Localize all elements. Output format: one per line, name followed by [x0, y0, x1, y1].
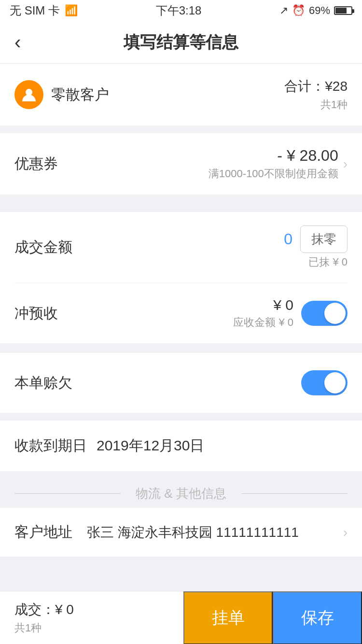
battery-icon: [334, 6, 352, 15]
customer-card: 零散客户 合计：¥28 共1种: [0, 64, 362, 126]
bottom-count: 共1种: [14, 621, 169, 635]
bottom-transaction-value: ¥ 0: [55, 602, 74, 617]
debt-toggle[interactable]: [301, 370, 348, 395]
coupon-card[interactable]: 优惠券 - ¥ 28.00 满1000-100不限制使用金额 ›: [0, 133, 362, 195]
transaction-amount-row: 成交金额 0 抹零 已抹 ¥ 0: [14, 212, 348, 283]
prepayment-label: 冲预收: [14, 304, 92, 323]
address-value: 张三 海淀永丰科技园 11111111111: [87, 523, 338, 542]
coupon-value-block: - ¥ 28.00 满1000-100不限制使用金额: [209, 147, 338, 181]
due-date-section: 收款到期日 2019年12月30日: [0, 420, 362, 471]
gray-divider-1: [0, 202, 362, 212]
wifi-icon: 📶: [65, 4, 78, 17]
bottom-bar: 成交：¥ 0 共1种 挂单 保存: [0, 591, 362, 644]
coupon-label: 优惠券: [14, 154, 58, 174]
debt-row: 本单赊欠: [14, 353, 348, 413]
customer-name: 零散客户: [51, 85, 109, 105]
coupon-desc: 满1000-100不限制使用金额: [209, 167, 338, 181]
customer-total: 合计：¥28: [284, 77, 348, 96]
due-date-value[interactable]: 2019年12月30日: [97, 436, 204, 456]
debt-toggle-knob: [324, 372, 346, 393]
svg-point-0: [26, 89, 32, 96]
nav-bar: ‹ 填写结算等信息: [0, 21, 362, 64]
save-button[interactable]: 保存: [273, 591, 362, 644]
bottom-summary: 成交：¥ 0 共1种: [0, 601, 183, 635]
due-date-label: 收款到期日: [14, 436, 87, 456]
customer-right: 合计：¥28 共1种: [284, 77, 348, 112]
location-icon: ↗: [279, 4, 288, 17]
carrier-text: 无 SIM 卡: [10, 3, 60, 18]
transaction-amount-inputs: 0 抹零: [273, 225, 348, 253]
debt-label: 本单赊欠: [14, 373, 72, 393]
customer-avatar: [14, 80, 43, 109]
coupon-row[interactable]: 优惠券 - ¥ 28.00 满1000-100不限制使用金额 ›: [0, 133, 362, 195]
toggle-knob: [324, 303, 346, 324]
customer-count: 共1种: [284, 98, 348, 112]
chevron-right-icon: ›: [343, 156, 348, 172]
address-chevron-icon: ›: [343, 525, 348, 540]
bottom-transaction-prefix: 成交：: [14, 602, 55, 617]
address-row[interactable]: 客户地址 张三 海淀永丰科技园 11111111111 ›: [14, 522, 348, 542]
customer-row: 零散客户 合计：¥28 共1种: [0, 64, 362, 126]
prepayment-amount-block: ¥ 0 应收金额 ¥ 0: [233, 297, 293, 330]
time-text: 下午3:18: [156, 3, 202, 18]
back-button[interactable]: ‹: [14, 31, 21, 53]
coupon-discount: - ¥ 28.00: [209, 147, 338, 165]
gray-divider-2: [0, 343, 362, 353]
address-section[interactable]: 客户地址 张三 海淀永丰科技园 11111111111 ›: [0, 508, 362, 557]
logistics-divider: 物流 & 其他信息: [0, 479, 362, 508]
address-label: 客户地址: [14, 522, 82, 542]
coupon-right: - ¥ 28.00 满1000-100不限制使用金额 ›: [209, 147, 348, 181]
transaction-amount-label: 成交金额: [14, 238, 92, 257]
round-zero-button[interactable]: 抹零: [300, 225, 348, 253]
customer-left: 零散客户: [14, 80, 109, 109]
hold-button[interactable]: 挂单: [183, 591, 273, 644]
status-right: ↗ ⏰ 69%: [279, 4, 352, 17]
battery-text: 69%: [309, 4, 330, 17]
transaction-amount-value[interactable]: 0: [273, 230, 292, 248]
bottom-transaction-label: 成交：¥ 0: [14, 601, 169, 619]
status-bar: 无 SIM 卡 📶 下午3:18 ↗ ⏰ 69%: [0, 0, 362, 21]
form-section: 成交金额 0 抹零 已抹 ¥ 0 冲预收 ¥ 0 应收金额 ¥ 0: [0, 212, 362, 343]
prepayment-amount: ¥ 0: [233, 297, 293, 313]
debt-section: 本单赊欠: [0, 353, 362, 413]
prepayment-right: ¥ 0 应收金额 ¥ 0: [92, 297, 348, 330]
prepayment-sub: 应收金额 ¥ 0: [233, 315, 293, 330]
user-icon: [20, 86, 38, 103]
status-left: 无 SIM 卡 📶: [10, 3, 78, 18]
prepayment-toggle[interactable]: [301, 301, 348, 326]
transaction-amount-sub: 已抹 ¥ 0: [273, 255, 348, 269]
prepayment-row: 冲预收 ¥ 0 应收金额 ¥ 0: [14, 283, 348, 343]
alarm-icon: ⏰: [292, 4, 305, 17]
transaction-amount-right: 0 抹零 已抹 ¥ 0: [273, 225, 348, 269]
page-title: 填写结算等信息: [124, 31, 238, 54]
logistics-label: 物流 & 其他信息: [126, 485, 236, 502]
due-date-row: 收款到期日 2019年12月30日: [14, 436, 348, 456]
content-area: 零散客户 合计：¥28 共1种 优惠券 - ¥ 28.00 满1000-100不…: [0, 64, 362, 615]
